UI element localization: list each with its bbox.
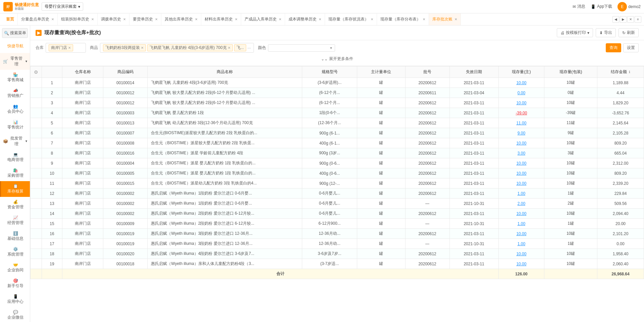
tab-2[interactable]: 组装拆卸单历史 ✕ — [58, 13, 98, 25]
nav-prev-arrow[interactable]: ◀ — [612, 16, 619, 23]
refresh-btn[interactable]: ↻ 刷新 — [619, 28, 639, 37]
tab-3[interactable]: 调拨单历史 ✕ — [98, 13, 129, 25]
search-menu-btn[interactable]: 🔍 搜索菜单 — [2, 28, 28, 38]
sidebar-item-purchase[interactable]: 🛍️ 采购管理 — [0, 165, 30, 181]
sidebar-item-finance[interactable]: 💰 资金管理 — [0, 197, 30, 213]
remove-product-tag-1[interactable]: ✕ — [141, 46, 144, 50]
row-qty-main[interactable]: 10.00 — [498, 249, 544, 259]
row-qty-main[interactable]: 10.00 — [498, 178, 544, 189]
row-qty-main[interactable]: 10.00 — [498, 209, 544, 219]
tab-7[interactable]: 产成品入库单历史 ✕ — [241, 13, 285, 25]
table-container: ⚙ 仓库名称 商品编码 商品名称 规格型号 主计量单位 批号 失效日期 现存量(… — [30, 66, 644, 322]
row-settings — [31, 178, 42, 189]
row-qty-main[interactable]: 9.00 — [498, 128, 544, 138]
sidebar-item-guide[interactable]: 🎯 新手引导 — [0, 276, 30, 291]
query-btn[interactable]: 查询 — [606, 43, 621, 52]
sidebar-item-enterprise-collab[interactable]: 🤝 企业协同 — [0, 260, 30, 276]
row-qty-main[interactable]: 1.00 — [498, 219, 544, 229]
sidebar-item-wholesale[interactable]: 📦 批发管理 ▼ — [0, 133, 30, 150]
close-tab-10[interactable]: ✕ — [423, 17, 425, 21]
tab-8[interactable]: 成本调整单历史 ✕ — [285, 13, 325, 25]
warehouse-tag-container[interactable]: 南岸门店 ✕ — [46, 43, 86, 53]
close-tab-8[interactable]: ✕ — [319, 17, 321, 21]
tab-home[interactable]: 首页 — [3, 13, 18, 25]
sidebar-item-basic-info[interactable]: ℹ️ 基础信息 — [0, 228, 30, 244]
close-tab-4[interactable]: ✕ — [155, 17, 158, 21]
print-template-btn[interactable]: 🖨 按模板打印 ▾ — [557, 28, 593, 37]
user-profile[interactable]: E demo2 — [618, 2, 641, 11]
row-qty-main[interactable]: 2.00 — [498, 199, 544, 209]
settings-btn[interactable]: 设置 — [623, 43, 639, 52]
sidebar-item-operations[interactable]: 📈 经营管理 — [0, 213, 30, 228]
balance-info-icon[interactable]: ℹ — [629, 70, 630, 74]
app-download-btn[interactable]: 📱 App下载 — [591, 4, 612, 9]
print-icon: 🖨 — [560, 31, 565, 35]
tab-5[interactable]: 其他出库单历史 ✕ — [161, 13, 201, 25]
tab-1[interactable]: 分量盘点单历史 ✕ — [18, 13, 58, 25]
sidebar-item-retail-stats[interactable]: 📊 零售统计 — [0, 117, 30, 133]
row-qty-main[interactable]: -39.00 — [498, 108, 544, 118]
message-btn[interactable]: ✉ 消息 — [573, 4, 585, 9]
sidebar-item-quick-nav[interactable]: 快捷导航 — [0, 41, 30, 52]
table-row: 5 南岸门店 00100013 飞鹤星飞帆 幼儿配方奶粉 3段(12-36个月幼… — [31, 118, 644, 128]
row-qty-main[interactable]: 10.00 — [498, 138, 544, 148]
row-balance: 2,094.40 — [597, 209, 644, 219]
row-qty-main[interactable]: 10.00 — [498, 98, 544, 108]
filter-row: 合库 南岸门店 ✕ 商品 飞鹤奶粉3段两提装 ✕ — [36, 43, 639, 53]
row-qty-main[interactable]: 0.00 — [498, 88, 544, 98]
product-more-dots[interactable]: ··· — [248, 46, 251, 50]
row-unit: 罐 — [357, 178, 406, 189]
remove-warehouse-tag[interactable]: ✕ — [68, 46, 71, 50]
color-tag-container[interactable]: ▾ — [268, 44, 335, 52]
expand-filter-btn[interactable]: ▶ — [36, 30, 42, 36]
close-tab-9[interactable]: ✕ — [371, 17, 373, 21]
sidebar-item-retail-store[interactable]: 🏪 零售商城 — [0, 70, 30, 86]
expand-more-btn[interactable]: ⌄⌄ 展开更多条件 — [36, 55, 639, 63]
close-tab-6[interactable]: ✕ — [235, 17, 237, 21]
row-qty-main[interactable]: 10.00 — [498, 78, 544, 88]
sidebar-item-inventory[interactable]: 📋 库存核算 — [0, 181, 30, 197]
row-qty-pack: 9罐 — [544, 128, 597, 138]
row-code: 00100014 — [103, 78, 148, 88]
row-qty-main[interactable]: 10.00 — [498, 158, 544, 168]
row-qty-main[interactable]: 10.00 — [498, 229, 544, 239]
row-unit: 罐 — [357, 219, 406, 229]
sidebar-item-retail-mgmt[interactable]: 🛒 零售管理 ▼ — [0, 53, 30, 70]
close-tab-1[interactable]: ✕ — [51, 17, 54, 21]
row-qty-main[interactable]: 3.00 — [498, 148, 544, 158]
nav-menu[interactable]: ≡ — [635, 16, 641, 23]
sidebar-item-members[interactable]: 👥 会员中心 — [0, 101, 30, 117]
row-qty-main[interactable]: 1.00 — [498, 239, 544, 249]
close-tab-3[interactable]: ✕ — [123, 17, 126, 21]
row-balance: 809.20 — [597, 138, 644, 148]
purchase-icon: 🛍️ — [13, 168, 18, 173]
tab-10[interactable]: 现存量（库存分布表） ✕ — [377, 13, 429, 25]
product-tag-container[interactable]: 飞鹤奶粉3段两提装 ✕ 飞鹤星飞帆 儿童奶粉 4段(3-6岁适用) 700克 ✕… — [100, 43, 254, 53]
row-qty-main[interactable]: 11.00 — [498, 118, 544, 128]
tab-4[interactable]: 要货单历史 ✕ — [129, 13, 161, 25]
remove-product-tag-2[interactable]: ✕ — [228, 46, 230, 50]
row-qty-main[interactable]: 10.00 — [498, 259, 544, 269]
export-btn[interactable]: ⬇ 导出 — [596, 28, 616, 37]
sidebar-item-marketing[interactable]: 📣 营销推广 — [0, 86, 30, 101]
row-qty-main[interactable]: 1.00 — [498, 189, 544, 199]
close-tab-7[interactable]: ✕ — [279, 17, 281, 21]
close-tab-11[interactable]: ✕ — [454, 17, 457, 21]
tab-11[interactable]: 库存批次账 ✕ — [429, 13, 461, 25]
tab-6[interactable]: 材料出库单历史 ✕ — [201, 13, 241, 25]
sidebar-item-system[interactable]: ⚙️ 系统管理 — [0, 244, 30, 260]
row-qty-main[interactable]: 10.00 — [498, 168, 544, 178]
nav-next-arrow[interactable]: ▶ — [620, 16, 627, 23]
sidebar-item-ecommerce[interactable]: 💻 电商管理 — [0, 150, 30, 165]
company-selector[interactable]: 母婴行业演示账套 ▾ — [42, 2, 83, 11]
table-row: 16 南岸门店 00100019 惠氏启赋（Wyeth illuma）3段奶粉 … — [31, 229, 644, 239]
col-settings-icon[interactable]: ⚙ — [34, 69, 38, 75]
tab-9[interactable]: 现存量（库存状况表） ✕ — [325, 13, 377, 25]
table-row: 10 南岸门店 00100005 合生元（BIOSTIME）派星 婴儿配方奶粉 … — [31, 168, 644, 178]
nav-close-all[interactable]: ✕ — [627, 16, 634, 23]
sidebar-item-app-center[interactable]: 📱 应用中心 — [0, 291, 30, 307]
row-batch: 20200611 — [405, 88, 449, 98]
close-tab-5[interactable]: ✕ — [195, 17, 198, 21]
sidebar-item-enterprise-wechat[interactable]: 💬 企业微信 — [0, 307, 30, 322]
close-tab-2[interactable]: ✕ — [91, 17, 94, 21]
